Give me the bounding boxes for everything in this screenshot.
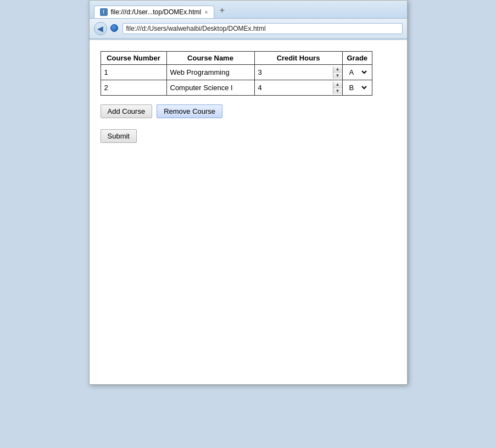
- browser-titlebar: f file:///d:/User...top/DOMEx.html × +: [90, 1, 407, 19]
- back-button[interactable]: ◀: [94, 22, 107, 35]
- page-content: Course Number Course Name Credit Hours G…: [90, 40, 407, 154]
- browser-tab[interactable]: f file:///d:/User...top/DOMEx.html ×: [94, 5, 214, 18]
- nav-favicon-icon: [110, 24, 118, 32]
- table-header-row: Course Number Course Name Credit Hours G…: [101, 52, 372, 65]
- credit-increment-button[interactable]: ▲: [333, 67, 342, 73]
- table-row: 1Web Programming▲▼ABCDF: [101, 65, 372, 80]
- grade-select[interactable]: ABCDF: [346, 67, 369, 78]
- add-course-button[interactable]: Add Course: [101, 104, 153, 118]
- nav-favicon: [110, 24, 119, 33]
- grade-select[interactable]: ABCDF: [346, 82, 369, 93]
- action-button-row: Add Course Remove Course: [101, 104, 396, 118]
- credit-hours-cell: ▲▼: [254, 65, 342, 80]
- credit-increment-button[interactable]: ▲: [333, 82, 342, 88]
- browser-window: f file:///d:/User...top/DOMEx.html × + ◀…: [89, 0, 408, 385]
- header-grade: Grade: [342, 52, 372, 65]
- credit-hours-input[interactable]: [255, 67, 333, 78]
- course-name-cell: Web Programming: [166, 65, 254, 80]
- credit-decrement-button[interactable]: ▼: [333, 73, 342, 79]
- submit-row: Submit: [101, 129, 396, 143]
- tab-favicon: f: [100, 8, 108, 16]
- header-credit-hours: Credit Hours: [254, 52, 342, 65]
- course-table-body: 1Web Programming▲▼ABCDF2Computer Science…: [101, 65, 372, 96]
- address-bar[interactable]: [122, 23, 403, 34]
- back-arrow-icon: ◀: [97, 24, 103, 33]
- header-course-name: Course Name: [166, 52, 254, 65]
- header-course-number: Course Number: [101, 52, 166, 65]
- remove-course-button[interactable]: Remove Course: [157, 104, 222, 118]
- table-row: 2Computer Science I▲▼ABCDF: [101, 80, 372, 96]
- course-table: Course Number Course Name Credit Hours G…: [101, 51, 373, 96]
- credit-hours-cell: ▲▼: [254, 80, 342, 96]
- course-number-cell: 2: [101, 80, 166, 96]
- submit-button[interactable]: Submit: [101, 129, 137, 143]
- course-name-cell: Computer Science I: [166, 80, 254, 96]
- tab-title: file:///d:/User...top/DOMEx.html: [111, 8, 202, 16]
- tab-close-button[interactable]: ×: [204, 9, 208, 15]
- credit-decrement-button[interactable]: ▼: [333, 88, 342, 94]
- grade-cell: ABCDF: [342, 65, 372, 80]
- credit-hours-input[interactable]: [255, 82, 333, 93]
- grade-cell: ABCDF: [342, 80, 372, 96]
- new-tab-button[interactable]: +: [215, 4, 229, 17]
- course-number-cell: 1: [101, 65, 166, 80]
- browser-navbar: ◀: [90, 19, 407, 39]
